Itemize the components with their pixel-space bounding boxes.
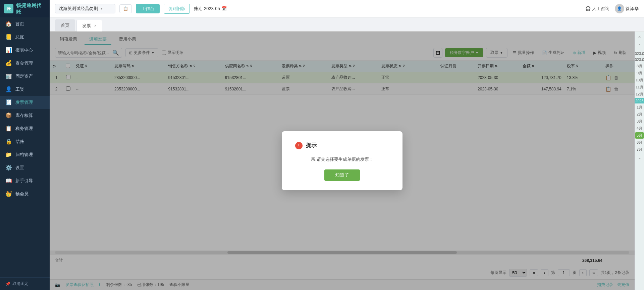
modal-header: ! 提示 bbox=[295, 142, 317, 149]
sidebar-item-funds[interactable]: 💰资金管理 bbox=[0, 57, 50, 70]
pin-icon: 📌 bbox=[5, 282, 10, 286]
period-item[interactable]: 5月 bbox=[635, 132, 644, 139]
sidebar-item-label: 发票管理 bbox=[15, 99, 33, 105]
logo-icon: 账 bbox=[4, 4, 13, 13]
right-period-panel: × ⌃ 2023.052023.058月9月10月11月12月20231月2月3… bbox=[635, 31, 644, 290]
tab-home[interactable]: 首页 bbox=[55, 19, 75, 31]
inventory-icon: 📦 bbox=[5, 112, 12, 119]
period-value: 2023-05 bbox=[204, 6, 220, 11]
sidebar-item-label: 设置 bbox=[15, 165, 24, 171]
workbench-btn[interactable]: 工作台 bbox=[136, 4, 160, 13]
invoice-icon: 🧾 bbox=[5, 99, 12, 105]
member-icon: 👑 bbox=[5, 191, 12, 197]
modal-message: 亲,请先选择要生成单据的发票！ bbox=[311, 156, 373, 163]
period-item[interactable]: 1月 bbox=[635, 104, 644, 111]
ledger-icon: 📒 bbox=[5, 34, 12, 40]
period-item[interactable]: 8月 bbox=[635, 63, 644, 69]
sidebar-item-member[interactable]: 👑畅会员 bbox=[0, 187, 50, 200]
period-display: 账期 2023-05 📅 bbox=[194, 6, 227, 12]
guide-icon: 📖 bbox=[5, 177, 12, 184]
modal-title: 提示 bbox=[306, 142, 317, 149]
main-area: 沈海英测试经营勿删 ▼ 📋 工作台 切到旧版 账期 2023-05 📅 🎧 人工… bbox=[50, 0, 644, 290]
period-item[interactable]: 9月 bbox=[635, 70, 644, 76]
funds-icon: 💰 bbox=[5, 60, 12, 66]
tax-icon: 📋 bbox=[5, 125, 12, 132]
tab-invoice[interactable]: 发票 × bbox=[76, 20, 102, 31]
sidebar-item-label: 固定资产 bbox=[15, 73, 33, 79]
sidebar-item-label: 结账 bbox=[15, 139, 24, 145]
archive-icon: 📁 bbox=[5, 151, 12, 158]
user-info: 👤 徐泽华 bbox=[615, 4, 639, 13]
sidebar-item-label: 税务管理 bbox=[15, 126, 33, 132]
period-item[interactable]: 7月 bbox=[635, 146, 644, 153]
sidebar-item-archive[interactable]: 📁归档管理 bbox=[0, 148, 50, 161]
period-item[interactable]: 11月 bbox=[634, 84, 644, 90]
right-panel-close-btn[interactable]: × bbox=[638, 31, 641, 42]
period-item[interactable]: 2月 bbox=[635, 111, 644, 118]
cancel-fixed-label: 取消固定 bbox=[12, 281, 29, 287]
sidebar-item-close[interactable]: 🔒结账 bbox=[0, 135, 50, 148]
topbar-right: 🎧 人工咨询 👤 徐泽华 bbox=[585, 4, 639, 13]
settings-icon: ⚙️ bbox=[5, 164, 12, 171]
assets-icon: 🏢 bbox=[5, 73, 12, 79]
period-item[interactable]: 10月 bbox=[634, 77, 644, 83]
right-panel-collapse-btn[interactable]: ⌄ bbox=[638, 154, 641, 161]
cancel-fixed-btn[interactable]: 📌 取消固定 bbox=[0, 277, 50, 290]
sidebar-item-label: 首页 bbox=[15, 21, 24, 27]
modal-dialog: ! 提示 亲,请先选择要生成单据的发票！ 知道了 bbox=[282, 131, 402, 191]
company-selector[interactable]: 沈海英测试经营勿删 ▼ bbox=[55, 4, 115, 13]
sidebar-item-label: 归档管理 bbox=[15, 152, 33, 158]
home-icon: 🏠 bbox=[5, 21, 12, 27]
sidebar-item-ledger[interactable]: 📒总账 bbox=[0, 30, 50, 44]
period-item[interactable]: 4月 bbox=[635, 125, 644, 132]
close-icon: 🔒 bbox=[5, 138, 12, 145]
sidebar-item-label: 畅会员 bbox=[15, 191, 29, 197]
period-item[interactable]: 2023 bbox=[634, 98, 644, 103]
right-panel-expand-btn[interactable]: ⌃ bbox=[638, 42, 641, 50]
sidebar-item-home[interactable]: 🏠首页 bbox=[0, 17, 50, 30]
chevron-down-icon: ▼ bbox=[100, 7, 103, 10]
sidebar-item-assets[interactable]: 🏢固定资产 bbox=[0, 70, 50, 83]
calendar-icon[interactable]: 📅 bbox=[221, 6, 227, 11]
sidebar-item-reports[interactable]: 📊报表中心 bbox=[0, 44, 50, 57]
period-label: 账期 bbox=[194, 6, 203, 12]
app-logo: 账 畅捷通易代账 bbox=[0, 0, 50, 17]
sidebar-item-label: 总账 bbox=[15, 34, 24, 40]
switch-version-btn[interactable]: 切到旧版 bbox=[164, 4, 190, 14]
service-btn[interactable]: 🎧 人工咨询 bbox=[585, 6, 609, 12]
sidebar-item-settings[interactable]: ⚙️设置 bbox=[0, 161, 50, 174]
modal-overlay: ! 提示 亲,请先选择要生成单据的发票！ 知道了 bbox=[50, 31, 635, 290]
username: 徐泽华 bbox=[626, 6, 639, 12]
sidebar-item-label: 库存核算 bbox=[15, 113, 33, 119]
sidebar: 账 畅捷通易代账 🏠首页📒总账📊报表中心💰资金管理🏢固定资产👤工资🧾发票管理📦库… bbox=[0, 0, 50, 290]
period-item[interactable]: 6月 bbox=[635, 139, 644, 146]
topbar-doc-btn[interactable]: 📋 bbox=[119, 4, 132, 13]
period-item[interactable]: 3月 bbox=[635, 118, 644, 125]
salary-icon: 👤 bbox=[5, 86, 12, 92]
sidebar-item-salary[interactable]: 👤工资 bbox=[0, 83, 50, 96]
sidebar-item-tax[interactable]: 📋税务管理 bbox=[0, 122, 50, 135]
headset-icon: 🎧 bbox=[585, 6, 591, 11]
company-name: 沈海英测试经营勿删 bbox=[59, 6, 98, 12]
period-item[interactable]: 12月 bbox=[634, 91, 644, 97]
tab-invoice-label: 发票 bbox=[82, 23, 91, 28]
sidebar-item-label: 新手引导 bbox=[15, 178, 33, 184]
service-label: 人工咨询 bbox=[592, 6, 609, 12]
content-area: 销项发票 进项发票 费用小票 🔍 ⊞ 更多条件 ▼ 显示明细 bbox=[50, 31, 635, 290]
sidebar-item-label: 工资 bbox=[15, 86, 24, 92]
sidebar-item-label: 报表中心 bbox=[15, 47, 33, 53]
app-name: 畅捷通易代账 bbox=[16, 2, 46, 15]
tab-close-icon[interactable]: × bbox=[94, 23, 97, 28]
sidebar-item-invoice[interactable]: 🧾发票管理 bbox=[0, 96, 50, 109]
warning-icon: ! bbox=[295, 142, 303, 149]
modal-confirm-btn[interactable]: 知道了 bbox=[324, 169, 360, 181]
avatar: 👤 bbox=[615, 4, 624, 13]
sidebar-item-guide[interactable]: 📖新手引导 bbox=[0, 174, 50, 187]
page-tabs: 首页 发票 × bbox=[50, 17, 644, 31]
topbar: 沈海英测试经营勿删 ▼ 📋 工作台 切到旧版 账期 2023-05 📅 🎧 人工… bbox=[50, 0, 644, 17]
reports-icon: 📊 bbox=[5, 47, 12, 53]
sidebar-item-label: 资金管理 bbox=[15, 60, 33, 66]
sidebar-item-inventory[interactable]: 📦库存核算 bbox=[0, 109, 50, 122]
